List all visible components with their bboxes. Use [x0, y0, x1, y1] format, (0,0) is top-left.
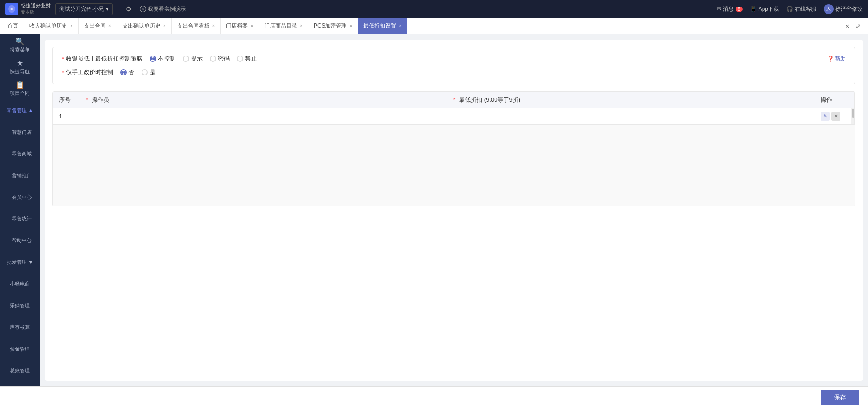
tab-label: 最低折扣设置 — [363, 22, 396, 30]
sidebar-item-inventory[interactable]: 库存核算 — [0, 316, 40, 338]
tab-min-discount[interactable]: 最低折扣设置 × — [358, 18, 407, 34]
min-discount-input[interactable] — [453, 113, 810, 120]
logo-text: 畅捷通好业财 — [21, 3, 51, 9]
manual-no[interactable]: 否 — [120, 68, 134, 76]
tab-label: 首页 — [7, 22, 18, 30]
content-area: * 收银员低于最低折扣控制策略 不控制 提示 密码 — [40, 34, 868, 386]
sidebar: 🔍 搜索菜单 ★ 快捷导航 📋 项目合同 零售管理 ▲ 智慧门店 零售商城 营销… — [0, 34, 40, 386]
app-download-button[interactable]: 📱 App下载 — [750, 5, 779, 13]
headset-icon: 🎧 — [786, 6, 793, 12]
user-menu[interactable]: 人 徐泽华修改 — [824, 4, 863, 14]
project-name: 测试分开完程·小兄 — [59, 5, 104, 13]
tab-close-icon[interactable]: × — [399, 23, 401, 28]
sidebar-item-retail-stats[interactable]: 零售统计 — [0, 208, 40, 230]
tab-close-icon[interactable]: × — [108, 23, 111, 28]
manual-yes[interactable]: 是 — [142, 68, 156, 76]
sidebar-item-finance[interactable]: 资金管理 — [0, 338, 40, 360]
sidebar-item-online-store[interactable]: 零售商城 — [0, 143, 40, 164]
required-star-manual: * — [62, 69, 64, 76]
required-star-discount: * — [453, 96, 456, 103]
col-seq: 序号 — [53, 92, 80, 108]
radio-hint-circle — [183, 56, 189, 62]
policy-radio-group: 不控制 提示 密码 禁止 — [150, 55, 257, 63]
tab-close-icon[interactable]: × — [250, 23, 253, 28]
cell-operator[interactable] — [80, 108, 448, 125]
tab-store-goods[interactable]: 门店商品目录 × — [259, 18, 308, 34]
radio-manual-yes-circle — [142, 69, 148, 75]
phone-icon: 📱 — [750, 6, 757, 12]
manual-row: * 仅手工改价时控制 否 是 — [62, 68, 846, 76]
sidebar-item-wholesale[interactable]: 批发管理 ▼ — [0, 251, 40, 273]
circle-icon: ○ — [140, 6, 146, 12]
avatar: 人 — [824, 4, 834, 14]
arrow-up-icon: ▲ — [28, 108, 33, 113]
tab-pos-pwd[interactable]: POS加密管理 × — [308, 18, 358, 34]
tab-close-icon[interactable]: × — [70, 23, 73, 28]
sidebar-item-purchase[interactable]: 采购管理 — [0, 295, 40, 316]
tab-store-file[interactable]: 门店档案 × — [221, 18, 259, 34]
col-operator: * 操作员 — [80, 92, 448, 108]
sidebar-item-smart-store[interactable]: 智慧门店 — [0, 121, 40, 143]
policy-password[interactable]: 密码 — [210, 55, 230, 63]
tab-label: 门店商品目录 — [264, 22, 297, 30]
policy-hint[interactable]: 提示 — [183, 55, 203, 63]
sidebar-item-ecommerce[interactable]: 小畅电商 — [0, 273, 40, 295]
tab-close-icon[interactable]: × — [163, 23, 166, 28]
online-service-button[interactable]: 🎧 在线客服 — [786, 5, 816, 13]
sidebar-item-quicknav[interactable]: ★ 快捷导航 — [0, 56, 40, 78]
sidebar-item-retail[interactable]: 零售管理 ▲ — [0, 99, 40, 121]
sidebar-item-help[interactable]: 帮助中心 — [0, 230, 40, 251]
manual-radio-group: 否 是 — [120, 68, 156, 76]
close-tab-action[interactable]: × — [843, 22, 852, 31]
tab-close-icon[interactable]: × — [212, 23, 215, 28]
save-button[interactable]: 保存 — [821, 390, 859, 405]
empty-area — [53, 125, 855, 206]
sidebar-item-search[interactable]: 🔍 搜索菜单 — [0, 34, 40, 56]
sidebar-item-member[interactable]: 会员中心 — [0, 186, 40, 208]
question-icon: ❓ — [827, 56, 834, 62]
messages-button[interactable]: ✉ 消息 8 — [717, 5, 743, 13]
edit-icon[interactable]: ✎ — [821, 112, 830, 121]
sidebar-item-contract[interactable]: 📋 项目合同 — [0, 78, 40, 99]
required-star-operator: * — [86, 96, 88, 103]
sidebar-item-marketing[interactable]: 营销推广 — [0, 164, 40, 186]
sidebar-item-invoice[interactable]: 发票管理 — [0, 381, 40, 386]
tab-contract-board[interactable]: 支出合同看板 × — [172, 18, 221, 34]
chevron-down-icon: ▾ — [106, 6, 108, 12]
main-layout: 🔍 搜索菜单 ★ 快捷导航 📋 项目合同 零售管理 ▲ 智慧门店 零售商城 营销… — [0, 34, 868, 386]
tab-label: 支出确认单历史 — [123, 22, 160, 30]
tab-close-icon[interactable]: × — [300, 23, 302, 28]
radio-no-control-circle — [150, 56, 156, 62]
project-selector[interactable]: 测试分开完程·小兄 ▾ — [55, 3, 113, 15]
tab-pay-history[interactable]: 支出确认单历史 × — [117, 18, 172, 34]
settings-icon[interactable]: ⚙ — [126, 5, 132, 13]
operator-input[interactable] — [86, 113, 442, 120]
tab-home[interactable]: 首页 — [2, 18, 24, 34]
help-link[interactable]: ❓ 帮助 — [827, 55, 846, 63]
content-panel: * 收银员低于最低折扣控制策略 不控制 提示 密码 — [45, 40, 863, 381]
tab-bar: 首页 收入确认单历史 × 支出合同 × 支出确认单历史 × 支出合同看板 × 门… — [0, 18, 868, 34]
delete-icon[interactable]: ✕ — [831, 112, 840, 121]
tab-label: 收入确认单历史 — [29, 22, 67, 30]
sidebar-item-ledger[interactable]: 总账管理 — [0, 360, 40, 381]
policy-label: 收银员低于最低折扣控制策略 — [66, 55, 142, 63]
scrollbar-thumb — [852, 109, 854, 118]
expand-tab-action[interactable]: ⤢ — [854, 22, 863, 31]
radio-password-circle — [210, 56, 216, 62]
top-bar: 畅捷通好业财 专业版 测试分开完程·小兄 ▾ ⚙ ○ 我要看实例演示 ✉ 消息 … — [0, 0, 868, 18]
policy-no-control[interactable]: 不控制 — [150, 55, 175, 63]
cell-min-discount[interactable] — [448, 108, 815, 125]
tab-close-icon[interactable]: × — [349, 23, 352, 28]
manual-label: 仅手工改价时控制 — [66, 68, 113, 76]
tab-actions: × ⤢ — [839, 18, 866, 34]
divider — [119, 5, 119, 14]
star-icon: ★ — [17, 59, 23, 67]
tab-income-history[interactable]: 收入确认单历史 × — [24, 18, 79, 34]
demo-link[interactable]: ○ 我要看实例演示 — [140, 5, 186, 13]
search-icon: 🔍 — [15, 37, 24, 46]
tab-contract[interactable]: 支出合同 × — [79, 18, 117, 34]
tab-label: POS加密管理 — [314, 22, 347, 30]
policy-forbidden[interactable]: 禁止 — [237, 55, 257, 63]
scrollbar-header — [851, 92, 855, 108]
message-icon: ✉ — [717, 6, 721, 12]
